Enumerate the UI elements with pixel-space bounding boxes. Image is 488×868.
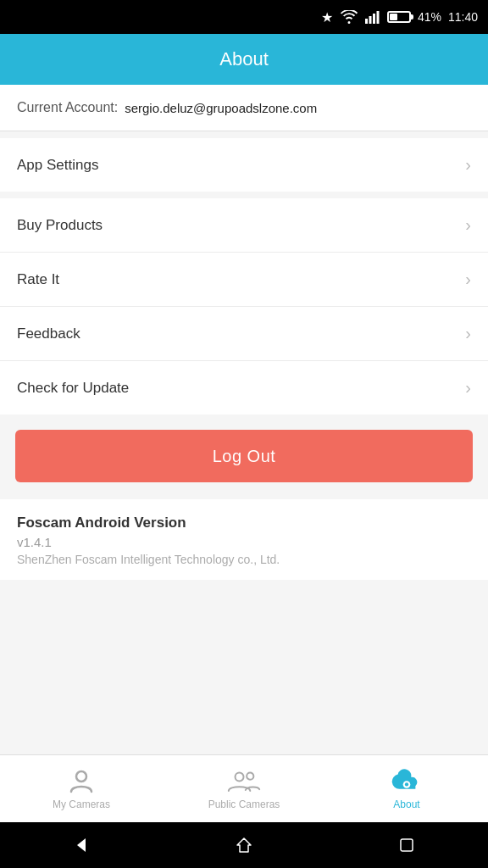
my-cameras-icon <box>68 768 95 795</box>
svg-marker-9 <box>77 838 86 852</box>
signal-icon <box>365 10 380 24</box>
page-title: About <box>219 48 269 70</box>
feedback-label: Feedback <box>17 326 80 342</box>
app-settings-item[interactable]: App Settings › <box>0 138 488 192</box>
back-button[interactable] <box>56 828 107 862</box>
svg-point-4 <box>76 771 86 782</box>
app-info-section: Foscam Android Version v1.4.1 ShenZhen F… <box>0 499 488 580</box>
chevron-right-icon: › <box>465 215 471 235</box>
status-bar: ★ 41% 11:40 <box>0 0 488 34</box>
svg-point-6 <box>247 772 253 779</box>
app-settings-section: App Settings › <box>0 138 488 192</box>
battery-icon <box>387 11 411 23</box>
nav-label-public-cameras: Public Cameras <box>208 798 280 810</box>
check-update-item[interactable]: Check for Update › <box>0 361 488 415</box>
nav-label-about: About <box>393 798 419 810</box>
feedback-item[interactable]: Feedback › <box>0 307 488 361</box>
buy-products-item[interactable]: Buy Products › <box>0 198 488 253</box>
logout-section: Log Out <box>0 421 488 491</box>
content-area: Current Account: sergio.deluz@grupoadslz… <box>0 85 488 754</box>
rate-it-label: Rate It <box>17 271 59 288</box>
logout-button[interactable]: Log Out <box>15 430 473 482</box>
account-email: sergio.deluz@grupoadslzone.com <box>125 101 471 115</box>
chevron-right-icon: › <box>465 324 471 343</box>
buy-products-label: Buy Products <box>17 217 103 234</box>
svg-marker-10 <box>237 838 251 852</box>
chevron-right-icon: › <box>465 378 471 398</box>
chevron-right-icon: › <box>465 155 471 175</box>
recents-button[interactable] <box>381 828 432 862</box>
svg-point-8 <box>405 782 408 786</box>
home-button[interactable] <box>219 828 269 862</box>
bottom-nav: My Cameras Public Cameras About <box>0 754 488 822</box>
check-update-label: Check for Update <box>17 380 129 397</box>
svg-rect-11 <box>401 839 413 851</box>
time-display: 11:40 <box>448 10 478 24</box>
svg-rect-3 <box>376 11 379 24</box>
wifi-icon <box>340 10 358 24</box>
public-cameras-icon <box>227 768 261 795</box>
svg-point-5 <box>236 772 244 781</box>
about-icon <box>391 768 423 795</box>
nav-item-about[interactable]: About <box>325 768 488 810</box>
rate-it-item[interactable]: Rate It › <box>0 253 488 307</box>
svg-rect-1 <box>369 16 371 24</box>
svg-rect-0 <box>365 19 368 24</box>
nav-label-my-cameras: My Cameras <box>53 798 110 810</box>
app-version: v1.4.1 <box>17 535 471 549</box>
app-settings-label: App Settings <box>17 157 98 174</box>
chevron-right-icon: › <box>465 270 471 289</box>
app-name: Foscam Android Version <box>17 515 471 531</box>
star-icon: ★ <box>321 9 333 25</box>
menu-section: Buy Products › Rate It › Feedback › Chec… <box>0 198 488 415</box>
battery-percent: 41% <box>418 10 441 24</box>
account-section: Current Account: sergio.deluz@grupoadslz… <box>0 85 488 131</box>
nav-item-public-cameras[interactable]: Public Cameras <box>163 768 325 810</box>
page-header: About <box>0 34 488 85</box>
app-company: ShenZhen Foscam Intelligent Technology c… <box>17 553 471 566</box>
svg-rect-2 <box>373 14 375 24</box>
nav-item-my-cameras[interactable]: My Cameras <box>0 768 163 810</box>
android-nav-bar <box>0 822 488 868</box>
account-label: Current Account: <box>17 100 118 115</box>
